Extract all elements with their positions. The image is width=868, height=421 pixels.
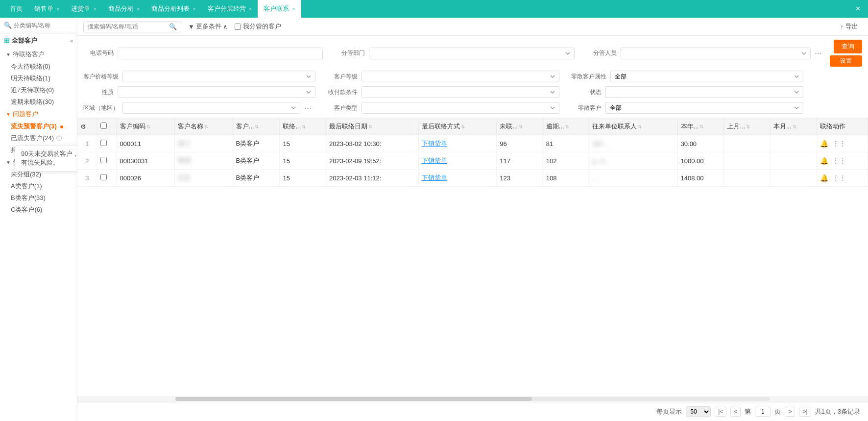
filter-region-more[interactable]: ··· (300, 103, 315, 113)
nav-sales-close[interactable]: × (56, 6, 59, 12)
last-method-link-2[interactable]: 下销货单 (422, 174, 447, 181)
nav-sales[interactable]: 销售单 × (28, 0, 65, 18)
filter-type-select[interactable] (362, 102, 559, 114)
sidebar-search-input[interactable] (14, 22, 73, 29)
cell-checkbox-0[interactable] (97, 135, 117, 152)
all-customers-header[interactable]: ⊞ 全部客户 « (0, 33, 77, 48)
action-phone-icon-0[interactable]: 🔔 (820, 140, 828, 148)
nav-customer-tier-close[interactable]: × (249, 6, 252, 12)
action-more-icon-0[interactable]: ⋮⋮ (832, 140, 846, 148)
sidebar-item-class-b[interactable]: B类客户(33) (0, 192, 77, 204)
th-last-method[interactable]: 最后联络方式 (418, 118, 497, 135)
th-uncontacted[interactable]: 未联... (497, 118, 543, 135)
table-settings-icon[interactable]: ⚙ (80, 123, 86, 130)
select-all-checkbox[interactable] (100, 123, 107, 129)
query-button[interactable]: 查询 (834, 40, 862, 53)
nav-product-analysis-close[interactable]: × (137, 6, 140, 12)
filter-nature-select[interactable] (118, 86, 315, 98)
action-phone-icon-2[interactable]: 🔔 (820, 174, 828, 182)
search-button[interactable]: 🔍 (169, 23, 177, 30)
nav-product-analysis-list[interactable]: 商品分析列表 × (145, 0, 201, 18)
cell-last-method-1[interactable]: 下销货单 (418, 152, 497, 170)
sidebar-item-churn-warning[interactable]: 流失预警客户(3) (0, 121, 77, 132)
sort-contact[interactable]: 联络... (283, 122, 306, 131)
sidebar-item-class-c[interactable]: C类客户(6) (0, 204, 77, 216)
sort-uncontacted[interactable]: 未联... (500, 122, 523, 131)
th-last-month[interactable]: 上月... (724, 118, 771, 135)
row-checkbox-1[interactable] (100, 157, 107, 163)
nav-customer-tier[interactable]: 客户分层经营 × (202, 0, 258, 18)
th-this-month[interactable]: 本月... (770, 118, 817, 135)
page-number-input[interactable] (755, 407, 771, 417)
th-type[interactable]: 客户... (233, 118, 280, 135)
my-customers-checkbox-label[interactable]: 我分管的客户 (235, 22, 281, 31)
page-last-button[interactable]: >| (799, 407, 811, 417)
filter-mgr-select[interactable] (621, 48, 811, 59)
filter-retail-cust-select[interactable]: 全部 (605, 102, 803, 114)
settings-button[interactable]: 设置 (830, 55, 862, 67)
sort-last-method[interactable]: 最后联络方式 (422, 122, 465, 131)
th-name[interactable]: 客户名称 (175, 118, 233, 135)
filter-mgr-more[interactable]: ··· (811, 48, 826, 58)
th-contact[interactable]: 联络... (280, 118, 326, 135)
group-problem-customers[interactable]: ▼ 问题客户 (0, 108, 77, 121)
last-method-link-0[interactable]: 下销货单 (422, 140, 447, 147)
sort-last-month[interactable]: 上月... (727, 122, 750, 131)
export-button[interactable]: ↑ 导出 (837, 21, 863, 32)
row-checkbox-0[interactable] (100, 140, 107, 146)
th-this-year[interactable]: 本年... (677, 118, 724, 135)
my-customers-checkbox[interactable] (235, 24, 241, 30)
sidebar-item-today-contact[interactable]: 今天待联络(0) (0, 61, 77, 73)
filter-region-select[interactable] (122, 102, 300, 114)
last-method-link-1[interactable]: 下销货单 (422, 157, 447, 164)
th-overdue[interactable]: 逾期... (543, 118, 589, 135)
nav-customer-contact-close[interactable]: × (292, 6, 295, 12)
nav-purchase[interactable]: 进货单 × (65, 0, 102, 18)
sort-name[interactable]: 客户名称 (178, 122, 208, 131)
filter-payment-select[interactable] (362, 86, 559, 98)
filter-cust-level-select[interactable] (362, 71, 559, 82)
cell-checkbox-1[interactable] (97, 152, 117, 170)
filter-dept-select[interactable] (369, 48, 574, 59)
action-more-icon-2[interactable]: ⋮⋮ (832, 174, 846, 182)
per-page-select[interactable]: 50 100 (686, 406, 711, 417)
filter-status-select[interactable] (605, 86, 803, 98)
collapse-icon[interactable]: « (70, 38, 73, 44)
nav-product-analysis-list-close[interactable]: × (193, 6, 195, 12)
action-more-icon-1[interactable]: ⋮⋮ (832, 157, 846, 165)
sidebar-item-class-a[interactable]: A类客户(1) (0, 180, 77, 192)
scrollbar-thumb[interactable] (175, 397, 532, 401)
sidebar-item-overdue-contact[interactable]: 逾期未联络(30) (0, 96, 77, 108)
nav-product-analysis[interactable]: 商品分析 × (102, 0, 145, 18)
page-next-button[interactable]: > (785, 407, 795, 417)
th-contact-person[interactable]: 往来单位联系人 (589, 118, 677, 135)
cell-last-method-2[interactable]: 下销货单 (418, 170, 497, 187)
sort-code[interactable]: 客户编码 (120, 122, 150, 131)
row-checkbox-2[interactable] (100, 174, 107, 180)
sort-contact-person[interactable]: 往来单位联系人 (592, 122, 642, 131)
filter-phone-input[interactable] (118, 48, 323, 59)
th-last-date[interactable]: 最后联络日期 (326, 118, 419, 135)
filter-price-select[interactable] (122, 71, 315, 82)
nav-home[interactable]: 首页 (4, 0, 28, 18)
cell-last-method-0[interactable]: 下销货单 (418, 135, 497, 152)
nav-customer-contact[interactable]: 客户联系 × (258, 0, 301, 18)
sort-type[interactable]: 客户... (236, 122, 259, 131)
th-code[interactable]: 客户编码 (117, 118, 175, 135)
horizontal-scrollbar[interactable] (77, 396, 868, 402)
more-filters-button[interactable]: ▼ 更多条件 ∧ (185, 21, 231, 32)
page-prev-button[interactable]: < (730, 407, 741, 417)
nav-close-all-button[interactable]: × (852, 4, 864, 13)
sort-this-month[interactable]: 本月... (773, 122, 796, 131)
sidebar-item-churned[interactable]: 已流失客户(24) ⓘ (0, 132, 77, 144)
action-phone-icon-1[interactable]: 🔔 (820, 157, 828, 165)
sidebar-item-7day-contact[interactable]: 近7天待联络(0) (0, 84, 77, 96)
cell-checkbox-2[interactable] (97, 170, 117, 187)
sort-this-year[interactable]: 本年... (681, 122, 704, 131)
sort-overdue[interactable]: 逾期... (546, 122, 569, 131)
th-checkbox[interactable] (97, 118, 117, 135)
sidebar-item-tomorrow-contact[interactable]: 明天待联络(1) (0, 73, 77, 84)
th-settings[interactable]: ⚙ (77, 118, 97, 135)
sort-last-date[interactable]: 最后联络日期 (329, 122, 372, 131)
search-input[interactable] (88, 23, 169, 30)
